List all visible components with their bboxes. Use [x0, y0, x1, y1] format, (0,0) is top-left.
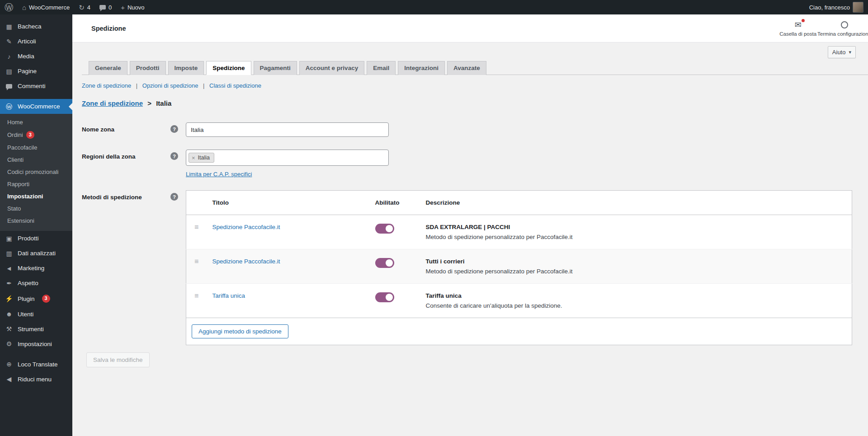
method-title-link[interactable]: Spedizione Paccofacile.it — [212, 258, 280, 265]
comments-count: 0 — [108, 4, 112, 11]
sidebar-item-label: Bacheca — [18, 23, 42, 30]
sidebar-item-strumenti[interactable]: ⚒ Strumenti — [0, 322, 72, 337]
drag-handle-icon[interactable]: ≡ — [191, 223, 198, 231]
enabled-toggle[interactable] — [375, 292, 394, 302]
column-handle — [186, 191, 208, 215]
site-name-menu[interactable]: ⌂ WooCommerce — [18, 0, 74, 14]
shipping-methods-help-icon[interactable]: ? — [170, 193, 178, 201]
finish-setup-button[interactable]: Termina configurazione — [817, 20, 868, 37]
my-account-menu[interactable]: Ciao, francesco — [805, 0, 868, 14]
submenu-item-estensioni[interactable]: Estensioni — [0, 215, 72, 227]
method-title-link[interactable]: Spedizione Paccofacile.it — [212, 224, 280, 230]
tab-email[interactable]: Email — [367, 61, 396, 75]
sidebar-item-media[interactable]: ♪ Media — [0, 49, 72, 64]
zone-regions-help-icon[interactable]: ? — [170, 152, 178, 160]
updates-menu[interactable]: ↻ 4 — [74, 0, 95, 14]
sidebar-item-prodotti[interactable]: ▣ Prodotti — [0, 231, 72, 246]
subnav-opzioni-di-spedizione[interactable]: Opzioni di spedizione — [142, 82, 198, 89]
subnav-zone-di-spedizione[interactable]: Zone di spedizione — [82, 82, 131, 89]
remove-tag-icon[interactable]: × — [192, 155, 195, 161]
drag-handle-icon[interactable]: ≡ — [191, 292, 198, 300]
breadcrumb-current: Italia — [156, 99, 171, 107]
submenu-item-stato[interactable]: Stato — [0, 202, 72, 215]
table-row: ≡ Spedizione Paccofacile.it SDA EXTRALAR… — [186, 215, 852, 249]
plugin-icon: ⚡ — [5, 295, 14, 302]
plugin-count-badge: 3 — [42, 295, 50, 302]
breadcrumb-parent-link[interactable]: Zone di spedizione — [82, 99, 143, 107]
new-content-label: Nuovo — [127, 4, 145, 11]
site-name-label: WooCommerce — [29, 4, 70, 11]
tab-account-e-privacy[interactable]: Account e privacy — [299, 61, 364, 75]
sidebar-item-label: WooCommerce — [18, 103, 60, 110]
finish-setup-label: Termina configurazione — [817, 31, 868, 37]
help-label: Aiuto — [832, 49, 846, 56]
sidebar-item-commenti[interactable]: Commenti — [0, 79, 72, 94]
admin-bar-right: Ciao, francesco — [805, 0, 868, 14]
tab-imposte[interactable]: Imposte — [168, 61, 204, 75]
tab-generale[interactable]: Generale — [89, 61, 127, 75]
submenu-item-rapporti[interactable]: Rapporti — [0, 178, 72, 190]
wordpress-logo-menu[interactable]: Ⓦ — [0, 0, 18, 14]
sidebar-item-dati-analizzati[interactable]: ▥ Dati analizzati — [0, 246, 72, 261]
sidebar-item-utenti[interactable]: ☻ Utenti — [0, 307, 72, 322]
menu-separator — [0, 94, 72, 99]
sidebar-item-loco-translate[interactable]: ⊕ Loco Translate — [0, 357, 72, 372]
loco-translate-icon: ⊕ — [5, 361, 14, 367]
sidebar-item-bacheca[interactable]: ▦ Bacheca — [0, 19, 72, 34]
enabled-toggle[interactable] — [375, 258, 394, 268]
zone-name-input[interactable] — [186, 122, 389, 137]
submenu-item-ordini[interactable]: Ordini 3 — [0, 128, 72, 141]
submenu-item-paccofacile[interactable]: Paccofacile — [0, 141, 72, 154]
sidebar-item-articoli[interactable]: ✎ Articoli — [0, 34, 72, 49]
subnav-classi-di-spedizione[interactable]: Classi di spedizione — [209, 82, 261, 89]
tab-spedizione[interactable]: Spedizione — [206, 61, 251, 75]
zone-regions-row: Regioni della zona ? × Italia Limita per… — [82, 150, 868, 178]
sidebar-item-riduci-menu[interactable]: ◀ Riduci menu — [0, 372, 72, 387]
zone-regions-label: Regioni della zona — [82, 150, 170, 160]
sidebar-item-aspetto[interactable]: ✒ Aspetto — [0, 276, 72, 291]
sidebar-item-impostazioni[interactable]: ⚙ Impostazioni — [0, 337, 72, 352]
method-description-text: Consente di caricare un'aliquota per la … — [426, 302, 848, 309]
home-icon: ⌂ — [22, 4, 26, 11]
media-icon: ♪ — [5, 53, 14, 60]
column-descrizione: Descrizione — [421, 191, 852, 215]
inbox-button[interactable]: ✉ Casella di posta — [779, 20, 817, 37]
page-title: Spedizione — [91, 25, 126, 32]
zone-regions-input[interactable]: × Italia — [186, 150, 389, 166]
help-button[interactable]: Aiuto ▾ — [828, 46, 856, 58]
zone-name-help-icon[interactable]: ? — [170, 125, 178, 133]
submenu-item-clienti[interactable]: Clienti — [0, 154, 72, 166]
unread-dot — [802, 19, 805, 22]
avatar — [853, 2, 863, 13]
zone-name-row: Nome zona ? — [82, 122, 868, 137]
add-shipping-method-button[interactable]: Aggiungi metodo di spedizione — [192, 324, 288, 338]
sidebar-item-pagine[interactable]: ▤ Pagine — [0, 64, 72, 79]
sidebar-item-marketing[interactable]: ◄ Marketing — [0, 261, 72, 276]
breadcrumb-separator: > — [145, 99, 154, 107]
save-changes-button[interactable]: Salva le modifiche — [86, 352, 150, 367]
sidebar-item-woocommerce[interactable]: Ⓦ WooCommerce — [0, 99, 72, 114]
tab-pagamenti[interactable]: Pagamenti — [254, 61, 297, 75]
shipping-methods-row: Metodi di spedizione ? Titolo Abilitato … — [82, 190, 868, 345]
submenu-item-home[interactable]: Home — [0, 116, 72, 128]
submenu-item-codici-promozionali[interactable]: Codici promozionali — [0, 166, 72, 178]
collapse-menu-icon: ◀ — [5, 376, 14, 382]
drag-handle-icon[interactable]: ≡ — [191, 258, 198, 265]
sidebar-item-plugin[interactable]: ⚡ Plugin 3 — [0, 291, 72, 306]
new-content-menu[interactable]: + Nuovo — [116, 0, 149, 14]
tab-integrazioni[interactable]: Integrazioni — [398, 61, 445, 75]
greeting-label: Ciao, francesco — [809, 4, 850, 11]
sidebar-item-label: Impostazioni — [18, 341, 52, 347]
method-title-link[interactable]: Tariffa unica — [212, 292, 245, 299]
limit-postcodes-link[interactable]: Limita per C.A.P. specifici — [186, 171, 252, 178]
comments-menu[interactable]: 0 — [95, 0, 116, 14]
tab-avanzate[interactable]: Avanzate — [447, 61, 486, 75]
admin-bar-left: Ⓦ ⌂ WooCommerce ↻ 4 0 + Nuovo — [0, 0, 149, 14]
enabled-toggle[interactable] — [375, 224, 394, 234]
tab-prodotti[interactable]: Prodotti — [130, 61, 166, 75]
submenu-item-impostazioni[interactable]: Impostazioni — [0, 190, 72, 202]
products-icon: ▣ — [5, 235, 14, 242]
sidebar-item-label: Utenti — [18, 311, 33, 318]
method-description-title: Tutti i corrieri — [426, 258, 848, 265]
table-row: ≡ Tariffa unica Tariffa unica Consente d… — [186, 284, 852, 318]
